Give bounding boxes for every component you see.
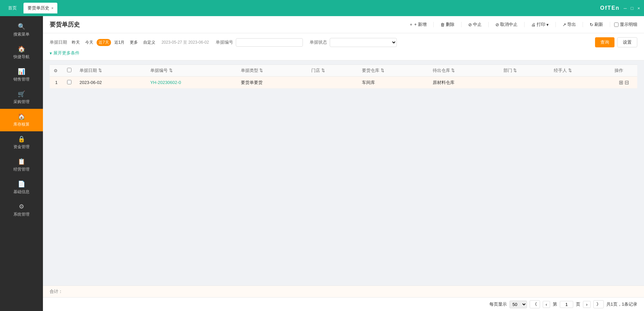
date-7days[interactable]: 近7天 [97, 39, 111, 46]
date-yesterday[interactable]: 昨天 [70, 39, 82, 46]
sidebar-item-purchase[interactable]: 🛒 采购管理 [0, 86, 43, 109]
print-dropdown-icon: ▾ [546, 22, 549, 27]
export-icon: ↗ [562, 22, 566, 27]
display-detail-checkbox[interactable] [614, 23, 619, 27]
system-icon: ⚙ [19, 203, 24, 210]
page-prefix: 第 [553, 301, 557, 307]
expand-more[interactable]: ▾ 展开更多条件 [50, 50, 637, 56]
row-checkbox[interactable] [67, 80, 71, 84]
status-select[interactable] [330, 38, 397, 47]
col-pending-warehouse[interactable]: 待出仓库 ⇅ [429, 65, 499, 77]
sidebar-finance-label: 资金管理 [13, 144, 30, 150]
maximize-icon[interactable]: □ [631, 6, 634, 11]
col-bill-type[interactable]: 单据类型 ⇅ [237, 65, 308, 77]
table-footer: 合计： [43, 285, 644, 297]
divider4 [524, 22, 525, 27]
divider6 [583, 22, 583, 27]
home-tab[interactable]: 首页 [4, 3, 21, 13]
expand-label: 展开更多条件 [53, 50, 79, 56]
page-number-input[interactable] [560, 301, 573, 308]
sidebar: 🔍 搜索菜单 🏠 快捷导航 📊 销售管理 🛒 采购管理 🏠 库存核算 🔒 [0, 16, 43, 311]
divider5 [555, 22, 556, 27]
date-1month[interactable]: 近1月 [112, 39, 127, 46]
more-action-icon[interactable]: ⊟ [625, 80, 629, 85]
close-window-icon[interactable]: × [637, 6, 640, 11]
date-filter: 单据日期 昨天 今天 近7天 近1月 更多 自定义 2023-05-27 至 2… [50, 39, 209, 46]
sidebar-item-basic-info[interactable]: 📄 基础信息 [0, 176, 43, 199]
date-buttons: 昨天 今天 近7天 近1月 更多 自定义 [70, 39, 157, 46]
sidebar-quick-nav-label: 快捷导航 [13, 54, 30, 60]
divider1 [433, 22, 434, 27]
tab-close-icon[interactable]: × [51, 6, 53, 10]
minimize-icon[interactable]: ─ [624, 6, 627, 11]
select-all-checkbox[interactable] [67, 68, 71, 72]
filter-row: 单据日期 昨天 今天 近7天 近1月 更多 自定义 2023-05-27 至 2… [50, 37, 637, 47]
table-container: ⚙ 单据日期 ⇅ 单据编号 ⇅ 单据类型 ⇅ [43, 60, 644, 285]
active-tab[interactable]: 要货单历史 × [23, 3, 57, 13]
cancel-stop-button[interactable]: ⊘ 取消中止 [493, 20, 520, 29]
sidebar-item-quick-nav[interactable]: 🏠 快捷导航 [0, 41, 43, 64]
display-detail-toggle[interactable]: 显示明细 [614, 21, 637, 28]
query-button[interactable]: 查询 [595, 37, 614, 47]
pagination-bar: 每页显示 50 100 《 ‹ 第 页 › 》 共1页，1条记录 [43, 297, 644, 311]
row-num: 1 [50, 77, 63, 89]
data-table: ⚙ 单据日期 ⇅ 单据编号 ⇅ 单据类型 ⇅ [50, 64, 637, 89]
col-department[interactable]: 部门 ⇅ [499, 65, 550, 77]
date-today[interactable]: 今天 [83, 39, 95, 46]
col-settings[interactable]: ⚙ [50, 65, 63, 77]
sidebar-system-label: 系统管理 [13, 212, 30, 217]
sidebar-item-inventory[interactable]: 🏠 库存核算 [0, 109, 43, 131]
per-page-label: 每页显示 [489, 301, 507, 307]
print-icon: 🖨 [531, 22, 536, 27]
status-filter: 单据状态 [310, 38, 397, 47]
quick-nav-icon: 🏠 [18, 45, 25, 53]
delete-button[interactable]: 🗑 删除 [438, 20, 457, 29]
stop-icon: ⊘ [468, 22, 472, 27]
col-bill-no[interactable]: 单据编号 ⇅ [146, 65, 237, 77]
bill-no-link[interactable]: YH-20230602-0 [150, 80, 181, 85]
active-tab-label: 要货单历史 [28, 5, 49, 11]
col-handler[interactable]: 经手人 ⇅ [550, 65, 610, 77]
sidebar-item-system[interactable]: ⚙ 系统管理 [0, 199, 43, 221]
sidebar-item-search-menu[interactable]: 🔍 搜索菜单 [0, 19, 43, 41]
delete-icon: 🗑 [440, 22, 445, 27]
col-date[interactable]: 单据日期 ⇅ [75, 65, 146, 77]
sidebar-item-finance[interactable]: 🔒 资金管理 [0, 131, 43, 154]
view-action-icon[interactable]: ⊞ [619, 80, 623, 85]
search-menu-icon: 🔍 [18, 23, 25, 30]
new-button[interactable]: ＋ + 新增 [406, 20, 429, 29]
refresh-icon: ↻ [590, 22, 593, 27]
total-info: 共1页，1条记录 [606, 301, 637, 307]
settings-button[interactable]: 设置 [617, 37, 637, 47]
sidebar-purchase-label: 采购管理 [13, 99, 30, 105]
bill-no-filter: 单据编号 [216, 38, 303, 47]
date-filter-label: 单据日期 [50, 39, 67, 45]
print-button[interactable]: 🖨 打印 ▾ [529, 20, 551, 29]
page-title: 要货单历史 [50, 20, 80, 29]
cancel-stop-icon: ⊘ [495, 22, 499, 27]
per-page-select[interactable]: 50 100 [509, 301, 527, 308]
table-header-row: ⚙ 单据日期 ⇅ 单据编号 ⇅ 单据类型 ⇅ [50, 65, 637, 77]
col-store[interactable]: 门店 ⇅ [307, 65, 358, 77]
sidebar-item-operations[interactable]: 📋 经营管理 [0, 154, 43, 176]
bill-no-input[interactable] [236, 38, 303, 47]
operations-icon: 📋 [18, 158, 25, 165]
row-checkbox-cell [63, 77, 75, 89]
inventory-icon: 🏠 [18, 113, 25, 120]
refresh-button[interactable]: ↻ 刷新 [587, 20, 606, 29]
export-button[interactable]: ↗ 导出 [560, 20, 579, 29]
next-page-button[interactable]: › [583, 301, 590, 308]
date-custom[interactable]: 自定义 [141, 39, 157, 46]
col-warehouse[interactable]: 要货仓库 ⇅ [358, 65, 429, 77]
last-page-button[interactable]: 》 [593, 300, 604, 308]
stop-button[interactable]: ⊘ 中止 [466, 20, 484, 29]
date-more[interactable]: 更多 [128, 39, 140, 46]
prev-page-button[interactable]: ‹ [543, 301, 550, 308]
first-page-button[interactable]: 《 [530, 300, 540, 308]
basic-info-icon: 📄 [18, 180, 25, 188]
col-action: 操作 [610, 65, 637, 77]
brand-label: OfTEn [600, 5, 620, 11]
row-actions: ⊞ ⊟ [610, 77, 637, 89]
purchase-icon: 🛒 [18, 90, 25, 98]
sidebar-item-sales[interactable]: 📊 销售管理 [0, 64, 43, 86]
